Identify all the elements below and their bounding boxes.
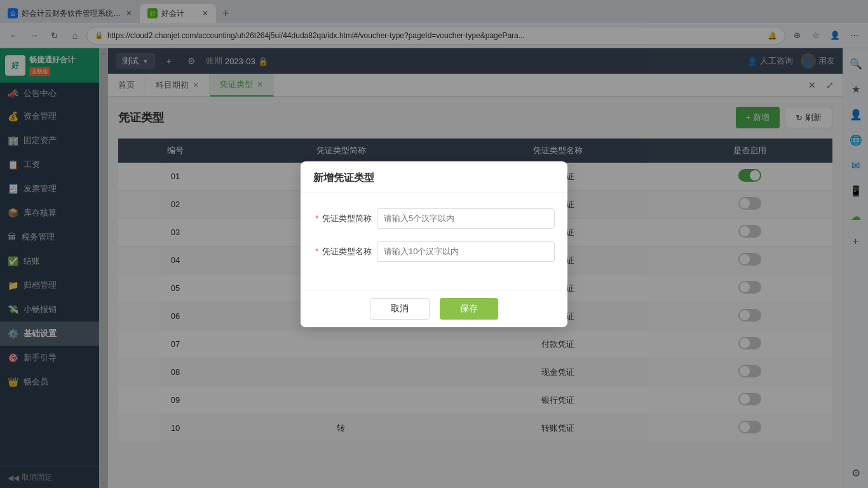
full-name-required: * <box>315 247 318 256</box>
short-name-input[interactable] <box>377 208 555 229</box>
short-name-required: * <box>315 214 318 223</box>
form-row-full-name: * 凭证类型名称 <box>313 241 555 262</box>
modal-overlay: 新增凭证类型 * 凭证类型简称 * 凭证类型名称 取消 保存 <box>0 0 868 488</box>
save-button[interactable]: 保存 <box>440 298 498 320</box>
cancel-button[interactable]: 取消 <box>370 298 430 320</box>
short-name-label: * 凭证类型简称 <box>313 213 377 224</box>
modal-footer: 取消 保存 <box>301 290 567 327</box>
form-row-short-name: * 凭证类型简称 <box>313 208 555 229</box>
modal-header: 新增凭证类型 <box>301 161 567 193</box>
full-name-input[interactable] <box>377 241 555 262</box>
modal: 新增凭证类型 * 凭证类型简称 * 凭证类型名称 取消 保存 <box>301 161 567 327</box>
full-name-label: * 凭证类型名称 <box>313 246 377 257</box>
modal-body: * 凭证类型简称 * 凭证类型名称 <box>301 193 567 290</box>
modal-title: 新增凭证类型 <box>313 172 374 183</box>
